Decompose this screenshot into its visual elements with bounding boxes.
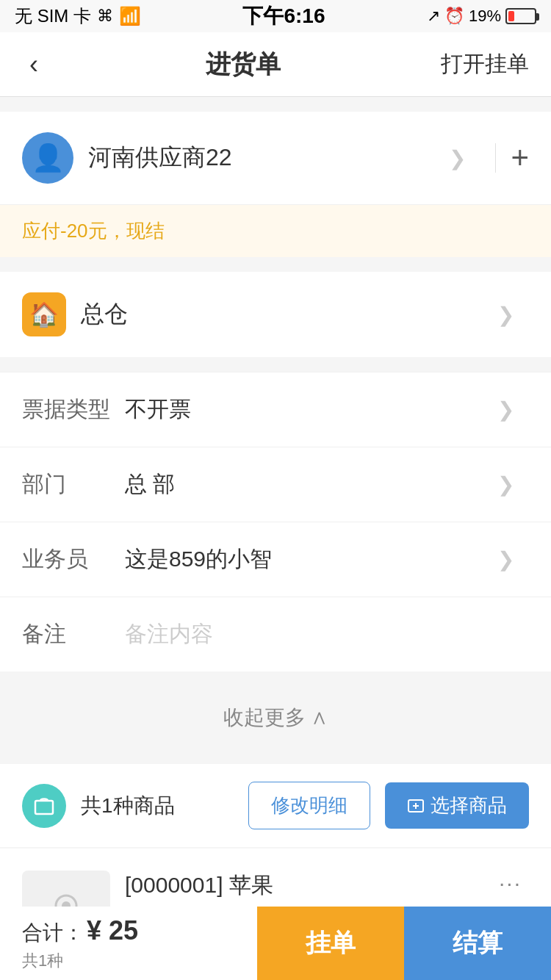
chevron-right-icon: ❯ bbox=[497, 472, 514, 497]
invoice-type-value: 不开票 bbox=[110, 394, 497, 425]
back-button[interactable]: ‹ bbox=[22, 42, 46, 87]
nav-bar: ‹ 进货单 打开挂单 bbox=[0, 32, 551, 97]
checkout-button[interactable]: 结算 bbox=[404, 907, 551, 980]
warehouse-icon: 🏠 bbox=[29, 300, 59, 328]
total-count: 共1种 bbox=[22, 950, 235, 972]
invoice-type-row[interactable]: 票据类型 不开票 ❯ bbox=[0, 372, 551, 447]
salesman-row[interactable]: 业务员 这是859的小智 ❯ bbox=[0, 522, 551, 597]
divider bbox=[495, 143, 496, 173]
chevron-right-icon: ❯ bbox=[497, 397, 514, 422]
edit-detail-button[interactable]: 修改明细 bbox=[248, 782, 370, 829]
products-header: 共1种商品 修改明细 选择商品 bbox=[0, 764, 551, 847]
hang-button[interactable]: 挂单 bbox=[257, 907, 404, 980]
carrier-text: 无 SIM 卡 bbox=[15, 4, 91, 28]
collapse-button[interactable]: 收起更多 ∧ bbox=[0, 686, 551, 749]
shopping-icon bbox=[32, 793, 57, 818]
status-left: 无 SIM 卡 ⌘︎ 📶 bbox=[15, 4, 141, 28]
remark-row[interactable]: 备注 备注内容 bbox=[0, 597, 551, 671]
location-icon: ↗ bbox=[427, 7, 440, 26]
status-time: 下午6:16 bbox=[242, 2, 325, 30]
chevron-right-icon: ❯ bbox=[497, 547, 514, 572]
person-icon: 👤 bbox=[32, 143, 65, 173]
supplier-section: 👤 河南供应商22 ❯ + 应付-20元，现结 bbox=[0, 112, 551, 257]
wifi-icon: ⌘︎ bbox=[97, 7, 113, 26]
form-section: 票据类型 不开票 ❯ 部门 总 部 ❯ 业务员 这是859的小智 ❯ 备注 备注… bbox=[0, 372, 551, 671]
remark-label: 备注 bbox=[22, 619, 110, 649]
page-title: 进货单 bbox=[206, 48, 281, 82]
invoice-type-label: 票据类型 bbox=[22, 394, 110, 425]
remark-input[interactable]: 备注内容 bbox=[110, 619, 529, 649]
alarm-icon: ⏰ bbox=[444, 7, 464, 26]
select-product-label: 选择商品 bbox=[431, 793, 507, 818]
product-code: [0000001] bbox=[125, 873, 223, 897]
status-bar: 无 SIM 卡 ⌘︎ 📶 下午6:16 ↗ ⏰ 19% bbox=[0, 0, 551, 32]
payment-info: 应付-20元，现结 bbox=[0, 205, 551, 257]
salesman-value: 这是859的小智 bbox=[110, 544, 497, 574]
products-count: 共1种商品 bbox=[81, 792, 234, 820]
products-icon-wrap bbox=[22, 784, 66, 828]
product-name: [0000001] 苹果 bbox=[125, 871, 491, 901]
department-label: 部门 bbox=[22, 469, 110, 500]
product-title: 苹果 bbox=[229, 873, 273, 897]
bottom-bar: 合计： ¥ 25 共1种 挂单 结算 bbox=[0, 907, 551, 980]
total-section: 合计： ¥ 25 共1种 bbox=[0, 907, 257, 980]
department-row[interactable]: 部门 总 部 ❯ bbox=[0, 447, 551, 522]
total-label: 合计： bbox=[22, 919, 84, 947]
supplier-row[interactable]: 👤 河南供应商22 ❯ + bbox=[0, 112, 551, 205]
open-hang-button[interactable]: 打开挂单 bbox=[441, 49, 529, 79]
supplier-name: 河南供应商22 bbox=[88, 142, 449, 174]
collapse-label: 收起更多 ∧ bbox=[223, 704, 328, 732]
wifi-signal: 📶 bbox=[119, 6, 141, 26]
select-product-icon bbox=[407, 797, 425, 815]
department-value: 总 部 bbox=[110, 469, 497, 500]
chevron-right-icon: ❯ bbox=[449, 146, 466, 170]
battery-percent: 19% bbox=[469, 7, 501, 26]
battery-icon bbox=[505, 8, 536, 24]
salesman-label: 业务员 bbox=[22, 544, 110, 574]
warehouse-section[interactable]: 🏠 总仓 ❯ bbox=[0, 272, 551, 357]
select-product-button[interactable]: 选择商品 bbox=[385, 782, 529, 829]
status-right: ↗ ⏰ 19% bbox=[427, 7, 536, 26]
more-options-button[interactable]: ··· bbox=[491, 871, 529, 896]
svg-rect-0 bbox=[35, 801, 53, 814]
warehouse-icon-wrap: 🏠 bbox=[22, 292, 66, 336]
total-amount: ¥ 25 bbox=[87, 915, 138, 946]
chevron-right-icon: ❯ bbox=[497, 303, 514, 327]
add-supplier-button[interactable]: + bbox=[511, 143, 529, 173]
supplier-avatar: 👤 bbox=[22, 132, 73, 184]
warehouse-name: 总仓 bbox=[81, 298, 497, 331]
